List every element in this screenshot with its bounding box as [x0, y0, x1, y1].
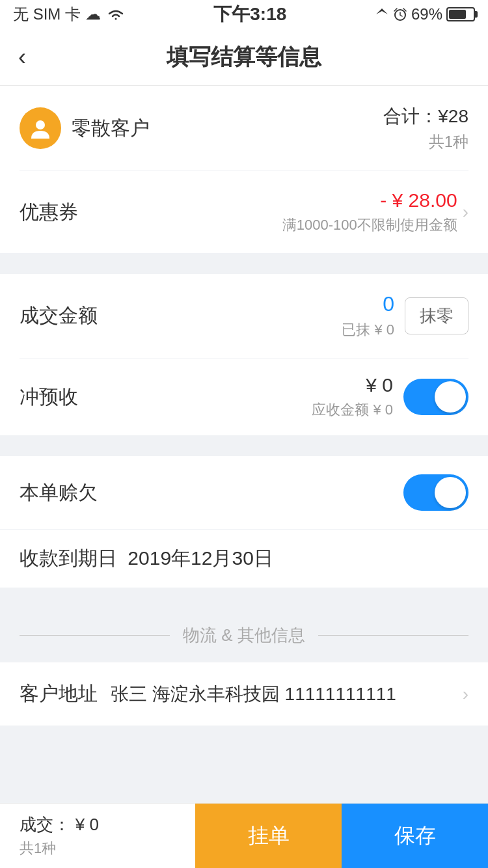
coupon-row[interactable]: 优惠券 - ¥ 28.00 满1000-100不限制使用金额 ›	[0, 171, 488, 253]
prepay-amount: ¥ 0	[312, 374, 393, 396]
back-button[interactable]: ‹	[18, 44, 26, 71]
address-label: 客户地址	[20, 681, 98, 707]
deal-amount-area: 0 已抹 ¥ 0	[342, 292, 394, 340]
battery-icon	[446, 7, 475, 21]
bottom-deal-row: 成交： ¥ 0	[20, 813, 176, 836]
customer-left: 零散客户	[20, 107, 150, 149]
bottom-count: 共1种	[20, 839, 176, 858]
address-chevron-icon: ›	[463, 684, 468, 705]
save-button[interactable]: 保存	[342, 804, 488, 868]
svg-point-1	[36, 120, 45, 129]
address-section[interactable]: 客户地址 张三 海淀永丰科技园 11111111111 ›	[0, 662, 488, 726]
prepay-label: 冲预收	[20, 384, 78, 411]
customer-name: 零散客户	[72, 115, 150, 142]
gray-spacer-3	[0, 598, 488, 608]
customer-total: 合计：¥28	[383, 104, 468, 129]
gray-spacer-1	[0, 264, 488, 274]
status-right: 69%	[375, 5, 475, 23]
deal-subtracted: 已抹 ¥ 0	[342, 320, 394, 340]
coupon-desc: 满1000-100不限制使用金额	[282, 215, 457, 235]
debt-toggle-circle	[435, 477, 466, 508]
round-btn[interactable]: 抹零	[405, 297, 468, 334]
wifi-icon	[106, 7, 126, 21]
bottom-deal-amount: ¥ 0	[75, 815, 99, 834]
customer-avatar	[20, 107, 61, 149]
due-date-value[interactable]: 2019年12月30日	[128, 547, 273, 569]
customer-section: 零散客户 合计：¥28 共1种 优惠券 - ¥ 28.00 满1000-100不…	[0, 86, 488, 253]
toggle-circle	[435, 381, 466, 413]
bottom-deal-label: 成交：	[20, 815, 70, 834]
deal-amount-row: 成交金额 0 已抹 ¥ 0 抹零	[0, 274, 488, 358]
logistics-label: 物流 & 其他信息	[183, 624, 305, 647]
page-title: 填写结算等信息	[167, 42, 321, 72]
prepay-receivable: 应收金额 ¥ 0	[312, 400, 393, 420]
customer-count: 共1种	[383, 131, 468, 152]
deal-amount-value[interactable]: 0	[342, 292, 394, 316]
alarm-icon	[393, 7, 407, 21]
due-date-row: 收款到期日 2019年12月30日	[0, 529, 488, 588]
customer-total-area: 合计：¥28 共1种	[383, 104, 468, 152]
logistics-section: 物流 & 其他信息	[0, 608, 488, 662]
prepay-row: 冲预收 ¥ 0 应收金额 ¥ 0	[0, 359, 488, 435]
prepay-toggle[interactable]	[403, 379, 468, 415]
coupon-amount: - ¥ 28.00	[282, 189, 457, 211]
location-icon	[375, 7, 389, 21]
status-left: 无 SIM 卡 ☁	[13, 4, 126, 25]
deal-amount-label: 成交金额	[20, 303, 98, 329]
logistics-line-right	[318, 635, 468, 636]
coupon-right: - ¥ 28.00 满1000-100不限制使用金额 ›	[282, 189, 468, 235]
sim-label: 无 SIM 卡 ☁	[13, 4, 101, 25]
status-time: 下午3:18	[213, 2, 286, 27]
chevron-right-icon: ›	[463, 202, 468, 223]
debt-toggle[interactable]	[403, 474, 468, 511]
nav-bar: ‹ 填写结算等信息	[0, 29, 488, 86]
gray-spacer-2	[0, 446, 488, 456]
status-bar: 无 SIM 卡 ☁ 下午3:18 69%	[0, 0, 488, 29]
deal-right: 0 已抹 ¥ 0 抹零	[342, 292, 468, 340]
due-date-label: 收款到期日	[20, 547, 117, 569]
address-value: 张三 海淀永丰科技园 11111111111	[111, 682, 463, 707]
debt-row: 本单赊欠	[0, 456, 488, 529]
deal-amount-section: 成交金额 0 已抹 ¥ 0 抹零 冲预收 ¥ 0 应收金额 ¥ 0	[0, 274, 488, 435]
logistics-line-left	[20, 635, 170, 636]
prepay-right: ¥ 0 应收金额 ¥ 0	[312, 374, 468, 420]
debt-section: 本单赊欠 收款到期日 2019年12月30日	[0, 456, 488, 588]
customer-row: 零散客户 合计：¥28 共1种	[0, 86, 488, 170]
battery-percent: 69%	[411, 5, 442, 23]
coupon-label: 优惠券	[20, 199, 78, 226]
bottom-bar: 成交： ¥ 0 共1种 挂单 保存	[0, 803, 488, 868]
bottom-summary: 成交： ¥ 0 共1种	[0, 813, 195, 858]
hold-button[interactable]: 挂单	[195, 804, 342, 868]
debt-label: 本单赊欠	[20, 480, 98, 506]
prepay-amount-area: ¥ 0 应收金额 ¥ 0	[312, 374, 393, 420]
person-icon	[29, 116, 52, 140]
coupon-detail: - ¥ 28.00 满1000-100不限制使用金额	[282, 189, 457, 235]
